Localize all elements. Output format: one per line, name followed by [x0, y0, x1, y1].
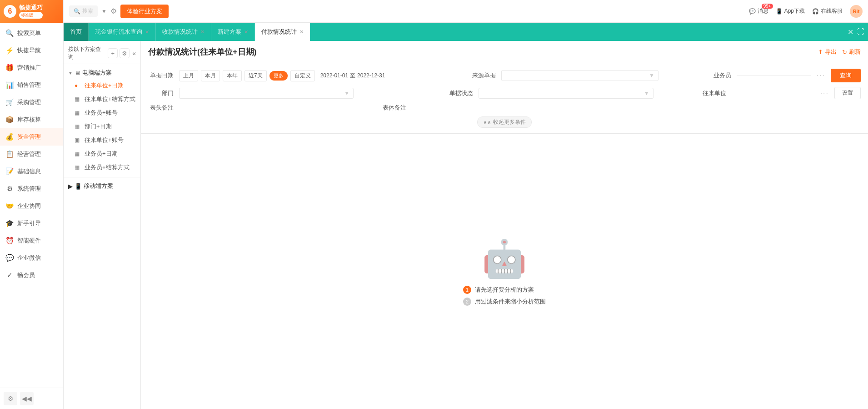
- sidebar-item-finance[interactable]: 💰 资金管理: [0, 128, 63, 146]
- page-header-actions: ⬆ 导出 ↻ 刷新: [818, 48, 861, 56]
- tab-receivable-close[interactable]: ✕: [200, 29, 205, 35]
- staff-dots-btn[interactable]: ···: [817, 71, 825, 80]
- topbar-settings-icon[interactable]: ⚙: [110, 7, 117, 15]
- date-this-year-btn[interactable]: 本年: [223, 70, 242, 81]
- tab-payment-stats-close[interactable]: ✕: [299, 29, 304, 35]
- scheme-item-icon: ▦: [75, 164, 82, 171]
- export-btn[interactable]: ⬆ 导出: [818, 48, 837, 56]
- sidebar-item-purchase[interactable]: 🛒 采购管理: [0, 94, 63, 111]
- trial-btn[interactable]: 体验行业方案: [120, 5, 169, 18]
- date-separator: 至: [350, 72, 355, 80]
- body-note-label: 表体备注: [381, 104, 406, 112]
- query-btn[interactable]: 查询: [831, 69, 861, 82]
- content-area: 按以下方案查询 + ⚙ « ▼ 🖥 电脑端方案 ● 往来单位+日期: [64, 41, 868, 409]
- sidebar-item-sales[interactable]: 📊 销售管理: [0, 76, 63, 94]
- sidebar-item-wechat[interactable]: 💬 企业微信: [0, 249, 63, 267]
- topbar: 🔍 搜索 ▼ ⚙ 体验行业方案 💬 消息 99+ 📱 App下载 🎧 在线客服 …: [64, 0, 868, 23]
- brand-name: 畅捷通巧: [19, 4, 43, 11]
- collapse-more-btn[interactable]: ∧∧ 收起更多条件: [477, 116, 532, 128]
- tab-new-scheme[interactable]: 新建方案 ✕: [211, 23, 255, 41]
- body-note-input[interactable]: [412, 108, 584, 108]
- sidebar-item-system[interactable]: ⚙ 系统管理: [0, 180, 63, 197]
- sidebar-item-label: 智能硬件: [17, 237, 41, 245]
- tab-home[interactable]: 首页: [64, 23, 89, 41]
- sidebar-item-operations[interactable]: 📋 经营管理: [0, 146, 63, 163]
- sidebar-item-member[interactable]: ✓ 畅会员: [0, 267, 63, 284]
- date-custom-btn[interactable]: 自定义: [290, 70, 315, 81]
- tip-num-1: 1: [463, 286, 471, 294]
- sidebar-item-search[interactable]: 🔍 搜索菜单: [0, 25, 63, 42]
- scheme-panel-collapse-btn[interactable]: «: [132, 50, 136, 57]
- mobile-group-arrow: ▶: [68, 183, 73, 190]
- scheme-item-label: 往来单位+结算方式: [85, 95, 135, 103]
- tab-fullscreen-btn[interactable]: ⛶: [857, 28, 864, 36]
- scheme-add-btn[interactable]: +: [108, 48, 118, 58]
- refresh-btn[interactable]: ↻ 刷新: [842, 48, 861, 56]
- sidebar-item-label: 畅会员: [17, 271, 35, 279]
- app-download-btn[interactable]: 📱 App下载: [776, 7, 805, 15]
- header-note-input[interactable]: [179, 108, 352, 108]
- partner-dots-btn[interactable]: ···: [820, 89, 829, 97]
- scheme-panel-title: 按以下方案查询: [68, 45, 105, 61]
- scheme-item-staff-date[interactable]: ▦ 业务员+日期: [64, 147, 140, 161]
- settings-bottom-btn[interactable]: ⚙: [4, 392, 17, 405]
- date-options: 上月 本月 本年 近7天 更多 自定义: [179, 70, 315, 81]
- gift-icon: 🎁: [5, 64, 14, 72]
- box-icon: 📦: [5, 116, 14, 124]
- online-service-btn[interactable]: 🎧 在线客服: [812, 7, 843, 15]
- date-this-month-btn[interactable]: 本月: [201, 70, 220, 81]
- date-more-btn[interactable]: 更多: [269, 71, 288, 81]
- tab-bank-flow[interactable]: 现金银行流水查询 ✕: [89, 23, 156, 41]
- mobile-group-header[interactable]: ▶ 📱 移动端方案: [64, 180, 140, 192]
- setting-btn[interactable]: 设置: [834, 87, 861, 99]
- sidebar-item-quick-nav[interactable]: ⚡ 快捷导航: [0, 42, 63, 59]
- voucher-status-select[interactable]: ▼: [479, 88, 653, 99]
- member-icon: ✓: [5, 271, 14, 279]
- partner-input[interactable]: [732, 93, 815, 93]
- search-placeholder: 搜索: [82, 7, 93, 15]
- source-select[interactable]: ▼: [501, 70, 658, 81]
- tab-receivable[interactable]: 收款情况统计 ✕: [156, 23, 211, 41]
- desktop-group-header[interactable]: ▼ 🖥 电脑端方案: [64, 67, 140, 79]
- staff-input[interactable]: [737, 76, 811, 76]
- scheme-panel-header: 按以下方案查询 + ⚙ «: [64, 41, 140, 64]
- headphone-icon: 🎧: [812, 8, 819, 15]
- scheme-item-staff-settlement[interactable]: ▦ 业务员+结算方式: [64, 161, 140, 174]
- dept-select[interactable]: ▼: [179, 88, 354, 99]
- main-area: 🔍 搜索 ▼ ⚙ 体验行业方案 💬 消息 99+ 📱 App下载 🎧 在线客服 …: [64, 0, 868, 409]
- sidebar-item-label: 企业微信: [17, 254, 41, 262]
- tab-bank-flow-close[interactable]: ✕: [145, 29, 149, 35]
- user-avatar[interactable]: Rit: [850, 5, 863, 18]
- sidebar-item-label: 采购管理: [17, 98, 41, 106]
- date-last-month-btn[interactable]: 上月: [179, 70, 198, 81]
- scheme-item-unit-account[interactable]: ▣ 往来单位+账号: [64, 133, 140, 147]
- scheme-item-unit-settlement[interactable]: ▦ 往来单位+结算方式: [64, 92, 140, 106]
- sidebar-item-enterprise[interactable]: 🤝 企业协同: [0, 197, 63, 215]
- collapse-bar: ∧∧ 收起更多条件: [148, 116, 861, 128]
- online-service-label: 在线客服: [821, 7, 843, 15]
- scheme-item-staff-account[interactable]: ▦ 业务员+账号: [64, 106, 140, 120]
- sidebar-item-inventory[interactable]: 📦 库存核算: [0, 111, 63, 128]
- topbar-right: 💬 消息 99+ 📱 App下载 🎧 在线客服 Rit: [749, 5, 863, 18]
- sidebar-item-guide[interactable]: 🎓 新手引导: [0, 215, 63, 232]
- notifications-btn[interactable]: 💬 消息 99+: [749, 7, 768, 15]
- scheme-item-icon: ▣: [75, 137, 82, 143]
- scheme-item-dept-date[interactable]: ▦ 部门+日期: [64, 120, 140, 133]
- info-icon: 📝: [5, 167, 14, 176]
- sidebar-item-marketing[interactable]: 🎁 营销推广: [0, 59, 63, 76]
- tab-payment-stats[interactable]: 付款情况统计 ✕: [255, 23, 310, 41]
- sidebar-item-hardware[interactable]: ⏰ 智能硬件: [0, 232, 63, 249]
- topbar-dropdown-arrow[interactable]: ▼: [101, 8, 107, 15]
- empty-state: 🤖 1 请先选择要分析的方案 2 用过滤条件来缩小分析范围: [141, 134, 868, 409]
- tab-new-scheme-close[interactable]: ✕: [244, 29, 248, 35]
- sidebar: 6 畅捷通巧 标准版 🔍 搜索菜单 ⚡ 快捷导航 🎁 营销推广 📊 销售管理 🛒…: [0, 0, 64, 409]
- tab-close-all-btn[interactable]: ✕: [848, 28, 853, 36]
- collapse-sidebar-btn[interactable]: ◀◀: [20, 392, 34, 405]
- scheme-item-unit-date[interactable]: ● 往来单位+日期: [64, 79, 140, 92]
- scheme-item-icon: ▦: [75, 96, 82, 102]
- scheme-settings-btn[interactable]: ⚙: [120, 48, 130, 58]
- topbar-search[interactable]: 🔍 搜索: [69, 5, 98, 17]
- sidebar-item-basic-info[interactable]: 📝 基础信息: [0, 163, 63, 180]
- export-label: 导出: [825, 48, 837, 56]
- date-last7-btn[interactable]: 近7天: [244, 70, 267, 81]
